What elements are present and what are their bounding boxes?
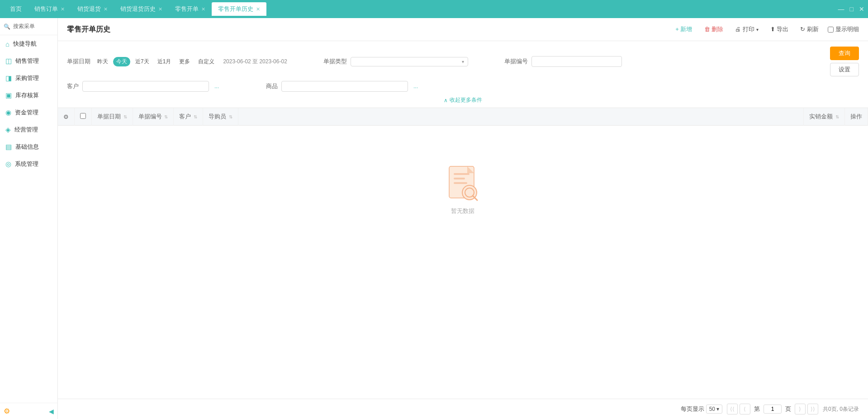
inventory-icon: ▣: [5, 91, 12, 99]
sidebar-item-basic-info[interactable]: ▤ 基础信息: [0, 138, 57, 155]
tab-home[interactable]: 首页: [4, 2, 28, 16]
customer-ellipsis-btn[interactable]: ...: [213, 82, 221, 90]
date-btn-today[interactable]: 今天: [113, 57, 130, 66]
page-input[interactable]: [764, 405, 782, 414]
settings-button[interactable]: 设置: [830, 63, 859, 76]
date-btn-last1month[interactable]: 近1月: [154, 57, 175, 66]
th-amount[interactable]: 实销金额 ⇅: [804, 108, 845, 126]
sort-salesperson-icon: ⇅: [229, 114, 232, 119]
th-settings[interactable]: ⚙: [58, 108, 75, 126]
top-tabbar: 首页 销售订单 ✕ 销货退货 ✕ 销货退货历史 ✕ 零售开单 ✕ 零售开单历史 …: [0, 0, 868, 18]
empty-text: 暂无数据: [451, 207, 474, 215]
page-size-select: 每页显示 50 ▾: [681, 405, 722, 414]
th-salesperson[interactable]: 导购员 ⇅: [203, 108, 238, 126]
svg-rect-4: [454, 182, 467, 184]
sidebar-item-quick-nav[interactable]: ⌂ 快捷导航: [0, 35, 57, 52]
page-header: 零售开单历史 + 新增 🗑 删除 🖨 打印 ⬆ 导出 ↻ 刷新: [58, 18, 868, 41]
th-date[interactable]: 单据日期 ⇅: [92, 108, 133, 126]
date-btn-yesterday[interactable]: 昨天: [94, 57, 111, 66]
tab-sales-order[interactable]: 销售订单 ✕: [28, 2, 71, 16]
action-buttons: 查询 设置: [830, 47, 859, 76]
pagination-bar: 每页显示 50 ▾ ⟨⟨ ⟨ 第 页 ⟩ ⟩⟩ 共0页, 0条记录: [58, 399, 868, 419]
collapse-row: ∧ 收起更多条件: [67, 96, 859, 104]
page-size-box[interactable]: 50 ▾: [706, 405, 722, 414]
delete-button[interactable]: 🗑 删除: [702, 24, 726, 35]
product-field: 商品 ...: [266, 81, 420, 92]
collapse-sidebar-icon[interactable]: ◀: [49, 408, 54, 415]
print-button[interactable]: 🖨 打印: [732, 24, 761, 35]
empty-state-illustration: [440, 162, 485, 207]
page-label-after: 页: [785, 405, 791, 413]
customer-field: 客户 ...: [67, 81, 221, 92]
date-btn-more[interactable]: 更多: [176, 57, 193, 66]
th-action: 操作: [845, 108, 868, 126]
last-page-btn[interactable]: ⟩⟩: [807, 404, 818, 414]
total-info: 共0页, 0条记录: [823, 405, 859, 413]
close-tab-sales-order[interactable]: ✕: [61, 6, 65, 12]
page-title: 零售开单历史: [67, 25, 110, 34]
close-tab-retail-open[interactable]: ✕: [201, 6, 205, 12]
page-nav: ⟨⟨ ⟨ 第 页 ⟩ ⟩⟩: [727, 404, 818, 414]
order-type-arrow: ▾: [462, 59, 464, 64]
table-area: ⚙ 单据日期 ⇅ 单据编号 ⇅: [58, 108, 868, 399]
tab-retail-open-history[interactable]: 零售开单历史 ✕: [212, 2, 266, 16]
basic-info-icon: ▤: [5, 143, 12, 151]
next-page-btn[interactable]: ⟩: [795, 404, 806, 414]
toolbar: + 新增 🗑 删除 🖨 打印 ⬆ 导出 ↻ 刷新 显示明细: [673, 24, 859, 35]
order-no-field: 单据编号: [504, 56, 622, 67]
order-type-select[interactable]: ▾: [351, 57, 468, 66]
first-page-btn[interactable]: ⟨⟨: [727, 404, 738, 414]
settings-icon[interactable]: ⚙: [4, 407, 10, 415]
export-button[interactable]: ⬆ 导出: [768, 24, 792, 35]
sidebar-item-operations[interactable]: ◈ 经营管理: [0, 121, 57, 138]
tab-retail-open[interactable]: 零售开单 ✕: [169, 2, 212, 16]
sidebar-item-sales[interactable]: ◫ 销售管理: [0, 52, 57, 70]
tab-sales-return-history[interactable]: 销货退货历史 ✕: [114, 2, 169, 16]
order-type-field: 单据类型 ▾: [323, 57, 468, 66]
search-row-1: 单据日期 昨天 今天 近7天 近1月 更多 自定义 2023-06-02 至 2…: [67, 47, 859, 76]
purchase-icon: ◨: [5, 74, 12, 82]
query-button[interactable]: 查询: [830, 47, 859, 60]
select-all-checkbox[interactable]: [80, 113, 86, 119]
th-order-no[interactable]: 单据编号 ⇅: [133, 108, 174, 126]
date-field: 单据日期 昨天 今天 近7天 近1月 更多 自定义 2023-06-02 至 2…: [67, 57, 287, 66]
search-icon: 🔍: [4, 24, 10, 30]
settings-col-icon[interactable]: ⚙: [63, 113, 69, 120]
customer-input[interactable]: [82, 81, 209, 92]
date-btn-custom[interactable]: 自定义: [195, 57, 218, 66]
prev-page-btn[interactable]: ⟨: [740, 404, 750, 414]
window-controls: — □ ✕: [838, 5, 864, 13]
sort-customer-icon: ⇅: [194, 114, 197, 119]
sidebar-item-inventory[interactable]: ▣ 库存核算: [0, 87, 57, 104]
order-no-input[interactable]: [531, 56, 622, 67]
sidebar-item-finance[interactable]: ◉ 资金管理: [0, 104, 57, 121]
finance-icon: ◉: [5, 108, 11, 117]
sidebar-item-purchase[interactable]: ◨ 采购管理: [0, 70, 57, 87]
th-checkbox[interactable]: [75, 108, 92, 126]
main-layout: 🔍 搜索采单 ⌂ 快捷导航 ◫ 销售管理 ◨ 采购管理 ▣ 库存核算 ◉ 资金管…: [0, 18, 868, 419]
collapse-button[interactable]: ∧ 收起更多条件: [444, 96, 482, 104]
tab-sales-return[interactable]: 销货退货 ✕: [71, 2, 114, 16]
close-tab-retail-open-history[interactable]: ✕: [256, 6, 260, 12]
th-customer[interactable]: 客户 ⇅: [174, 108, 203, 126]
product-input[interactable]: [281, 81, 408, 92]
svg-rect-2: [454, 173, 470, 175]
minimize-btn[interactable]: —: [838, 5, 844, 13]
add-button[interactable]: + 新增: [673, 24, 695, 35]
display-detail-checkbox[interactable]: 显示明细: [828, 25, 859, 33]
page-size-arrow: ▾: [716, 406, 719, 412]
maximize-btn[interactable]: □: [850, 5, 854, 13]
sort-date-icon: ⇅: [123, 114, 127, 119]
sidebar-search[interactable]: 🔍 搜索采单: [0, 18, 57, 35]
refresh-button[interactable]: ↻ 刷新: [797, 24, 821, 35]
sidebar-item-system[interactable]: ◎ 系统管理: [0, 155, 57, 173]
date-btn-last7days[interactable]: 近7天: [132, 57, 152, 66]
close-btn[interactable]: ✕: [859, 5, 864, 13]
close-tab-sales-return-history[interactable]: ✕: [158, 6, 162, 12]
sort-order-no-icon: ⇅: [164, 114, 168, 119]
collapse-arrow-icon: ∧: [444, 97, 448, 104]
product-ellipsis-btn[interactable]: ...: [412, 82, 420, 90]
close-tab-sales-return[interactable]: ✕: [104, 6, 108, 12]
th-spacer: [238, 108, 804, 126]
display-detail-input[interactable]: [828, 27, 834, 33]
